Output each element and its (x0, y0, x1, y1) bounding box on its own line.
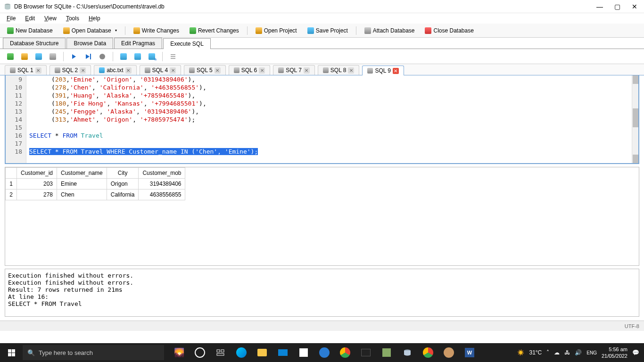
tab-execute-sql[interactable]: Execute SQL (163, 38, 211, 49)
sql-tab-label: SQL 7 (286, 67, 302, 74)
minimize-button[interactable]: — (596, 3, 603, 10)
results-table[interactable]: Customer_idCustomer_nameCityCustomer_mob… (5, 167, 185, 200)
taskbar-mail-icon[interactable] (273, 343, 292, 362)
close-database-button[interactable]: Close Database (421, 25, 478, 36)
menu-view[interactable]: View (41, 14, 60, 23)
sql-tab[interactable]: abc.txt✕ (94, 65, 136, 75)
search-icon: 🔍 (27, 349, 35, 356)
new-database-button[interactable]: New Database (3, 25, 57, 36)
taskbar-sqlite-icon[interactable] (398, 343, 417, 362)
sql-toolbar: a (0, 49, 644, 64)
sql-editor[interactable]: 9101112131415161718 (203,'Emine', 'Origo… (5, 75, 639, 164)
taskbar-word-icon[interactable]: W (460, 343, 479, 362)
close-window-button[interactable]: ✕ (632, 3, 637, 10)
menu-bar: File Edit View Tools Help (0, 13, 644, 24)
encoding-indicator: UTF-8 (625, 323, 639, 329)
save-results-icon[interactable] (118, 51, 129, 62)
tray-network-icon[interactable]: 🖧 (564, 349, 570, 356)
sql-tab[interactable]: SQL 2✕ (50, 65, 91, 75)
tab-edit-pragmas[interactable]: Edit Pragmas (114, 38, 162, 49)
close-tab-icon[interactable]: ✕ (348, 67, 354, 74)
sql-tab[interactable]: SQL 8✕ (318, 65, 360, 75)
taskbar-taskview-icon[interactable] (211, 343, 230, 362)
menu-file[interactable]: File (3, 14, 19, 23)
taskbar-search[interactable]: 🔍 Type here to search (23, 345, 164, 360)
find-icon[interactable] (132, 51, 143, 62)
open-project-button[interactable]: Open Project (251, 25, 301, 36)
taskbar-terminal-icon[interactable] (356, 343, 375, 362)
attach-database-button[interactable]: Attach Database (360, 25, 419, 36)
write-changes-button[interactable]: Write Changes (129, 25, 183, 36)
svg-rect-4 (217, 350, 220, 352)
tray-volume-icon[interactable]: 🔊 (575, 349, 582, 356)
main-toolbar: New Database Open Database▾ Write Change… (0, 24, 644, 38)
execute-all-button[interactable] (68, 51, 80, 62)
close-tab-icon[interactable]: ✕ (125, 67, 132, 74)
open-sql-icon[interactable] (19, 51, 30, 62)
sql-tabs: SQL 1✕SQL 2✕abc.txt✕SQL 4✕SQL 5✕SQL 6✕SQ… (0, 64, 644, 75)
sql-tab[interactable]: SQL 5✕ (184, 65, 226, 75)
new-tab-icon[interactable] (5, 51, 16, 62)
sql-tab[interactable]: SQL 9✕ (362, 66, 404, 75)
close-tab-icon[interactable]: ✕ (393, 68, 399, 74)
taskbar-chrome-icon[interactable] (336, 343, 355, 362)
database-icon (234, 67, 239, 73)
table-row[interactable]: 1203EmineOrigon3194389406 (6, 179, 185, 189)
notifications-icon[interactable]: 💬 (632, 349, 639, 356)
taskbar-chrome2-icon[interactable] (419, 343, 438, 362)
stop-button[interactable] (97, 51, 108, 62)
sql-tab[interactable]: SQL 6✕ (229, 65, 271, 75)
sql-tab[interactable]: SQL 1✕ (5, 65, 47, 75)
revert-changes-button[interactable]: Revert Changes (185, 25, 243, 36)
database-icon (323, 67, 329, 73)
menu-tools[interactable]: Tools (62, 14, 83, 23)
taskbar-todo-icon[interactable] (315, 343, 334, 362)
save-project-button[interactable]: Save Project (303, 25, 352, 36)
file-icon (99, 67, 105, 73)
close-tab-icon[interactable]: ✕ (215, 67, 221, 74)
column-header[interactable]: City (107, 168, 139, 179)
sql-tab-label: SQL 4 (152, 67, 168, 74)
print-icon[interactable] (47, 51, 58, 62)
execution-log[interactable]: Execution finished without errors. Execu… (5, 269, 639, 317)
taskbar-edge-icon[interactable] (232, 343, 251, 362)
taskbar-notes-icon[interactable] (377, 343, 396, 362)
column-header[interactable]: Customer_id (17, 168, 57, 179)
menu-help[interactable]: Help (85, 14, 104, 23)
taskbar-news-icon[interactable]: 🌄 (170, 343, 189, 362)
execute-line-button[interactable] (83, 51, 94, 62)
tray-onedrive-icon[interactable]: ☁ (554, 349, 560, 356)
window-title: DB Browser for SQLite - C:\Users\user\Do… (14, 3, 165, 10)
menu-edit[interactable]: Edit (21, 14, 39, 23)
sql-tab[interactable]: SQL 7✕ (273, 65, 315, 75)
close-tab-icon[interactable]: ✕ (170, 67, 176, 74)
close-tab-icon[interactable]: ✕ (35, 67, 41, 74)
tray-language-icon[interactable]: ENG (586, 350, 597, 355)
tray-chevron-icon[interactable]: ˄ (546, 349, 549, 356)
find-replace-icon[interactable]: a (146, 51, 157, 62)
column-header[interactable]: Customer_mob (139, 168, 185, 179)
editor-scrollbar[interactable] (632, 75, 638, 163)
save-sql-icon[interactable] (33, 51, 44, 62)
sql-tab[interactable]: SQL 4✕ (140, 65, 182, 75)
close-tab-icon[interactable]: ✕ (304, 67, 310, 74)
temperature[interactable]: 31°C (529, 349, 542, 356)
indent-icon[interactable] (167, 51, 179, 62)
taskbar-paint-icon[interactable] (439, 343, 458, 362)
open-database-button[interactable]: Open Database▾ (59, 25, 121, 36)
tab-database-structure[interactable]: Database Structure (3, 38, 66, 49)
start-button[interactable] (0, 343, 23, 362)
svg-rect-5 (221, 350, 224, 352)
taskbar-cortana-icon[interactable] (190, 343, 209, 362)
database-icon (189, 67, 195, 73)
maximize-button[interactable]: ▢ (614, 3, 620, 10)
taskbar-clock[interactable]: 5:56 am 21/05/2022 (602, 346, 627, 359)
taskbar-store-icon[interactable] (294, 343, 313, 362)
tab-browse-data[interactable]: Browse Data (66, 38, 113, 49)
close-tab-icon[interactable]: ✕ (259, 67, 265, 74)
table-row[interactable]: 2278ChenCalifornia4638556855 (6, 189, 185, 200)
taskbar-explorer-icon[interactable] (253, 343, 272, 362)
weather-icon[interactable]: ☀️ (517, 349, 524, 356)
column-header[interactable]: Customer_name (57, 168, 107, 179)
close-tab-icon[interactable]: ✕ (80, 67, 86, 74)
